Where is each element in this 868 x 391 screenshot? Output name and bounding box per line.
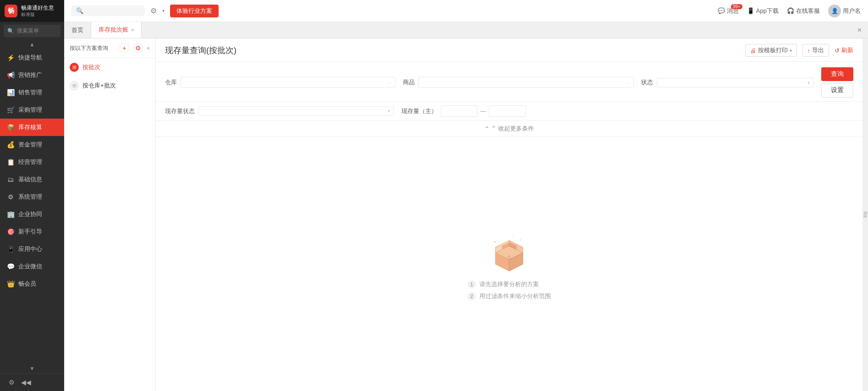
sidebar-item-purchase[interactable]: 🛒 采购管理 — [0, 101, 64, 119]
right-edge: Rit — [863, 38, 868, 391]
tab-batch-account[interactable]: 库存批次账 × — [91, 22, 142, 38]
sidebar-item-basics[interactable]: 🗂 基础信息 — [0, 171, 64, 188]
query-toolbar: 🖨 按模板打印 ▾ ↑ 导出 ↺ 刷新 — [745, 44, 854, 57]
add-filter-btn[interactable]: + — [119, 43, 129, 53]
warehouse-dots[interactable]: ··· — [387, 79, 391, 86]
tab-close-btn[interactable]: × — [131, 27, 134, 33]
messages-action[interactable]: 💬 消息 99+ — [718, 7, 739, 15]
sidebar-item-vip[interactable]: 👑 畅会员 — [0, 275, 64, 293]
sidebar-item-finance[interactable]: 💰 资金管理 — [0, 136, 64, 153]
sidebar-item-system[interactable]: ⚙ 系统管理 — [0, 188, 64, 206]
stock-qty-from[interactable] — [441, 105, 478, 117]
sidebar-header: 畅 畅康通好生意 标准版 — [0, 0, 64, 22]
stock-qty-range: — — [441, 105, 526, 117]
sales-icon: 📊 — [6, 88, 15, 97]
header-search-input[interactable] — [86, 8, 132, 14]
svg-text:✦: ✦ — [519, 238, 522, 242]
export-icon: ↑ — [808, 47, 811, 54]
header-search-bar[interactable]: 🔍 — [71, 5, 145, 16]
sidebar-footer: ⚙ ◀◀ — [0, 373, 64, 391]
collapse-more-btn[interactable]: ⌃ ⌃ 收起更多条件 — [156, 121, 863, 137]
sidebar-settings-icon[interactable]: ⚙ — [6, 377, 16, 387]
collapse-icon: ⌃ — [484, 125, 489, 132]
header-search-icon: 🔍 — [76, 7, 83, 14]
online-service-action[interactable]: 🎧 在线客服 — [787, 7, 820, 15]
status-filter: 状态 ▾ — [641, 78, 814, 87]
goods-dots[interactable]: ··· — [625, 79, 630, 86]
apps-icon: 📱 — [6, 245, 15, 253]
filter-row-1: 仓库 ··· 商品 ··· 状态 — [156, 62, 863, 102]
sidebar-item-apps[interactable]: 📱 应用中心 — [0, 240, 64, 258]
filter-panel: 按以下方案查询 + ⚙ « 按 按批次 按 按仓库+批次 — [64, 38, 156, 391]
marketing-icon: 📢 — [6, 71, 15, 79]
wechat-icon: 💬 — [6, 262, 15, 271]
app-download-icon: 📱 — [747, 7, 754, 14]
main-panel: 现存量查询(按批次) 🖨 按模板打印 ▾ ↑ 导出 ↺ 刷新 — [156, 38, 863, 391]
hint-1: 1 请先选择要分析的方案 — [467, 280, 551, 288]
system-icon: ⚙ — [6, 193, 15, 201]
sidebar-item-quick-nav[interactable]: ⚡ 快捷导航 — [0, 49, 64, 66]
sidebar-item-guide[interactable]: 🎯 新手引导 — [0, 223, 64, 240]
industry-btn[interactable]: 体验行业方案 — [170, 5, 219, 17]
sidebar-item-inventory[interactable]: 📦 库存核算 — [0, 119, 64, 136]
stock-qty-to[interactable] — [489, 105, 526, 117]
sidebar-brand: 畅康通好生意 标准版 — [21, 5, 54, 18]
query-header: 现存量查询(按批次) 🖨 按模板打印 ▾ ↑ 导出 ↺ 刷新 — [156, 38, 863, 62]
stock-qty-filter: 现存量（主） — — [401, 105, 631, 117]
top-header: 🔍 ⚙ ▾ 体验行业方案 💬 消息 99+ 📱 App下载 🎧 在线客服 👤 用 — [64, 0, 868, 22]
query-btn[interactable]: 查询 — [821, 67, 853, 81]
tab-panel-close-btn[interactable]: × — [851, 22, 868, 38]
header-dropdown-arrow[interactable]: ▾ — [162, 8, 165, 13]
refresh-icon: ↺ — [835, 47, 840, 54]
export-btn[interactable]: ↑ 导出 — [802, 44, 830, 57]
stock-status-filter: 现存量状态 ▾ — [165, 106, 394, 116]
svg-text:✦: ✦ — [511, 234, 514, 237]
main-area: 🔍 ⚙ ▾ 体验行业方案 💬 消息 99+ 📱 App下载 🎧 在线客服 👤 用 — [64, 0, 868, 391]
sidebar-item-operations[interactable]: 📋 经营管理 — [0, 153, 64, 171]
filter-by-batch[interactable]: 按 按批次 — [64, 58, 155, 76]
empty-hints: 1 请先选择要分析的方案 2 用过滤条件来缩小分析范围 — [467, 280, 551, 300]
finance-icon: 💰 — [6, 141, 15, 149]
basics-icon: 🗂 — [6, 175, 15, 184]
enterprise-icon: 🏢 — [6, 210, 15, 218]
filter-settings-btn[interactable]: ⚙ — [133, 43, 143, 53]
header-settings-icon[interactable]: ⚙ — [150, 6, 157, 15]
batch-icon: 按 — [70, 63, 79, 72]
print-dropdown-arrow[interactable]: ▾ — [790, 48, 792, 53]
purchase-icon: 🛒 — [6, 106, 15, 114]
quick-nav-icon: ⚡ — [6, 54, 15, 62]
sidebar-search[interactable]: 🔍 搜索菜单 — [4, 25, 60, 37]
tabs-bar: 首页 库存批次账 × × — [64, 22, 868, 38]
filter-collapse-btn[interactable]: « — [147, 45, 150, 51]
avatar: 👤 — [828, 5, 841, 17]
scroll-up-arrow[interactable]: ▲ — [0, 40, 64, 49]
sidebar-item-enterprise[interactable]: 🏢 企业协同 — [0, 206, 64, 223]
print-btn[interactable]: 🖨 按模板打印 ▾ — [745, 44, 797, 57]
sidebar-nav: ⚡ 快捷导航 📢 营销推广 📊 销售管理 🛒 采购管理 📦 库存核算 💰 资金管… — [0, 49, 64, 364]
warehouse-batch-icon: 按 — [70, 81, 79, 90]
sidebar-item-wechat[interactable]: 💬 企业微信 — [0, 258, 64, 275]
stock-status-select[interactable]: ▾ — [198, 106, 394, 116]
refresh-btn[interactable]: ↺ 刷新 — [835, 46, 853, 54]
hint-2-num: 2 — [467, 292, 476, 300]
setting-btn[interactable]: 设置 — [821, 83, 853, 98]
sidebar-item-sales[interactable]: 📊 销售管理 — [0, 84, 64, 101]
message-icon: 💬 — [718, 7, 725, 14]
goods-input[interactable]: ··· — [418, 77, 633, 88]
filter-row-2: 现存量状态 ▾ 现存量（主） — — [156, 102, 863, 121]
empty-illustration: ✦ ✦ ✦ — [486, 228, 532, 275]
user-profile[interactable]: 👤 用户名 — [828, 5, 861, 17]
warehouse-input[interactable]: ··· — [181, 77, 396, 88]
sidebar-collapse-icon[interactable]: ◀◀ — [21, 377, 31, 387]
status-select[interactable]: ▾ — [657, 78, 814, 87]
filter-by-warehouse-batch[interactable]: 按 按仓库+批次 — [64, 76, 155, 95]
search-icon: 🔍 — [7, 28, 14, 34]
tab-home[interactable]: 首页 — [64, 22, 91, 38]
sidebar-item-marketing[interactable]: 📢 营销推广 — [0, 66, 64, 84]
goods-filter: 商品 ··· — [403, 77, 633, 88]
guide-icon: 🎯 — [6, 228, 15, 236]
content-area: 按以下方案查询 + ⚙ « 按 按批次 按 按仓库+批次 现存量查询(按批次) — [64, 38, 868, 391]
scroll-down-arrow[interactable]: ▼ — [0, 364, 64, 373]
filter-panel-header: 按以下方案查询 + ⚙ « — [64, 38, 155, 58]
app-download-action[interactable]: 📱 App下载 — [747, 7, 779, 15]
